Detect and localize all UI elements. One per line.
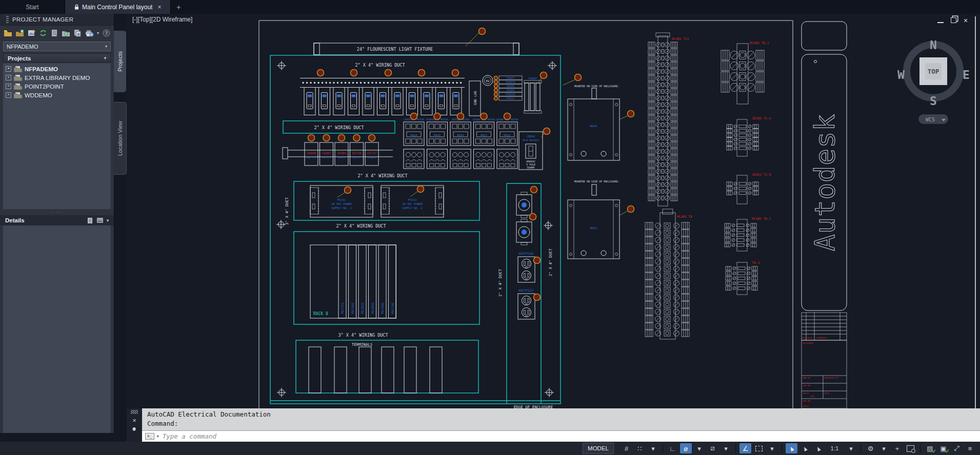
gnd-lug: GND LUG: [469, 81, 481, 116]
workspace-switching-button[interactable]: ▣✓: [937, 443, 949, 453]
annotation-monitor-button[interactable]: ▤✓: [924, 443, 936, 453]
projects-section-header[interactable]: Projects ▾: [3, 53, 111, 63]
main-breaker: CB202 MAIN BREAKER 480VAC 3 POLE 50AMP: [519, 132, 545, 170]
minimize-icon[interactable]: [937, 22, 944, 23]
command-close-icon[interactable]: ×: [132, 417, 136, 424]
palette-title-bar[interactable]: PROJECT MANAGER: [0, 14, 114, 26]
svg-text:R2: R2: [486, 79, 490, 82]
command-history[interactable]: AutoCAD Electrical Documentation Command…: [142, 408, 980, 431]
expand-icon[interactable]: +: [6, 84, 11, 89]
viewcube[interactable]: N S W E TOP WCS: [897, 38, 970, 123]
task-list-icon[interactable]: [50, 29, 58, 37]
grid-display-button[interactable]: #: [621, 443, 632, 453]
annotation-scale-button[interactable]: 1:1: [826, 443, 844, 453]
terminal-strip-tsa: JB300 TS-A: [727, 116, 771, 156]
recent-commands-chevron-icon[interactable]: ▾: [157, 434, 159, 439]
duct-label-vert-r1: 2" X 4" DUCT: [498, 268, 503, 297]
project-manager-palette: PROJECT MANAGER ▾ ? NFPADEMO ▾ Projects …: [0, 14, 114, 433]
selection-cycling-button[interactable]: [905, 443, 916, 453]
new-tab-button[interactable]: +: [171, 0, 186, 14]
project-folder-icon: [13, 74, 23, 81]
iso-chevron-icon[interactable]: ▾: [720, 443, 732, 453]
svg-text:RACK 0: RACK 0: [313, 312, 328, 316]
tab-main-control-panel[interactable]: Main Control Panel layout ×: [65, 0, 171, 14]
svg-text:CR405: CR405: [337, 151, 346, 155]
command-grip[interactable]: [131, 410, 138, 414]
fuse-stack: FU307 FU307A FU309 FU324 FU322A FU321: [494, 76, 523, 100]
side-tab-projects[interactable]: Projects: [114, 31, 126, 92]
tab-close-icon[interactable]: ×: [157, 4, 161, 11]
settings-gear-icon[interactable]: ⚙: [865, 443, 876, 453]
details-body: [3, 225, 111, 433]
open-project-icon[interactable]: [4, 29, 12, 37]
gear-chevron-icon[interactable]: ▾: [878, 443, 890, 453]
svg-text:MAIN BREAKER: MAIN BREAKER: [523, 139, 538, 141]
ortho-mode-button[interactable]: ∟: [667, 443, 678, 453]
plot-icon[interactable]: [85, 29, 94, 37]
svg-text:FU309: FU309: [507, 85, 514, 88]
command-input[interactable]: [162, 432, 980, 441]
dynamic-input-button[interactable]: [753, 443, 765, 453]
tree-item-point2point[interactable]: + POINT2POINT: [3, 82, 111, 91]
scale-chevron-icon[interactable]: ▾: [845, 443, 857, 453]
palette-grip[interactable]: [6, 16, 9, 23]
restore-icon[interactable]: [951, 17, 956, 23]
details-preview-icon[interactable]: [96, 217, 104, 223]
svg-text:MCAB5 TS1: MCAB5 TS1: [672, 37, 689, 40]
close-icon[interactable]: ×: [964, 18, 968, 23]
new-project-icon[interactable]: [15, 29, 24, 37]
sheet-border: [259, 16, 975, 408]
drawing: Autodesk REV DESC APPROVED DESIGNED DWN …: [127, 14, 980, 442]
polar-chevron-icon[interactable]: ▾: [693, 443, 705, 453]
tab-start[interactable]: Start: [0, 0, 65, 14]
viewport-controls[interactable]: [-][Top][2D Wireframe]: [132, 16, 192, 23]
model-space-button[interactable]: MODEL: [583, 443, 614, 454]
customization-menu-icon[interactable]: ≡: [964, 443, 976, 453]
details-collapse-chevron-icon[interactable]: ▾: [107, 218, 109, 223]
dropdown-chevron-icon: ▾: [105, 44, 107, 49]
polar-tracking-button[interactable]: ⌀: [680, 443, 692, 453]
details-doc-icon[interactable]: [87, 217, 93, 224]
crosshair-button[interactable]: +: [891, 443, 903, 453]
object-snap-tracking-button[interactable]: ∠: [739, 443, 751, 453]
tree-item-nfpademo[interactable]: + NFPADEMO: [3, 65, 111, 73]
expand-icon[interactable]: +: [6, 92, 11, 98]
svg-text:24 VDC POWER: 24 VDC POWER: [402, 202, 423, 205]
isometric-drafting-button[interactable]: ⧄: [707, 443, 718, 453]
tree-item-wddemo[interactable]: + WDDEMO: [3, 91, 111, 99]
osnap-endpoint-button[interactable]: ▲: [812, 443, 824, 453]
terminal-strip-tsb: JB301 TS-B: [727, 173, 771, 204]
svg-text:CR407: CR407: [322, 151, 331, 155]
active-project-dropdown[interactable]: NFPADEMO ▾: [3, 42, 111, 51]
dyninput-chevron-icon[interactable]: ▾: [766, 443, 778, 453]
relay-socket-r2: R2: [483, 75, 493, 86]
side-tab-location-view[interactable]: Location View: [114, 102, 127, 175]
duct-label-1: 2" X 4" WIRING DUCT: [355, 63, 405, 68]
refresh-folder-icon[interactable]: [62, 29, 70, 37]
tree-item-extra-library-demo[interactable]: + EXTRA LIBRARY DEMO: [3, 73, 111, 82]
svg-text:M424: M424: [410, 134, 417, 137]
command-prompt-icon[interactable]: >_: [145, 433, 154, 440]
new-drawing-icon[interactable]: [27, 29, 36, 37]
details-section-header[interactable]: Details ▾: [0, 215, 114, 225]
expand-icon[interactable]: +: [6, 66, 11, 72]
osnap-button[interactable]: ▲: [786, 443, 797, 453]
breaker-row: [300, 78, 465, 115]
expand-icon[interactable]: +: [6, 75, 11, 80]
osnap-midpoint-button[interactable]: ▲: [799, 443, 811, 453]
svg-text:FU324: FU324: [507, 89, 514, 92]
publish-sheets-icon[interactable]: [73, 29, 82, 37]
drawing-canvas[interactable]: Autodesk REV DESC APPROVED DESIGNED DWN …: [127, 14, 980, 442]
palette-splitter[interactable]: ·····: [0, 209, 114, 215]
customize-wrench-icon[interactable]: [131, 427, 138, 435]
refresh-icon[interactable]: [39, 29, 47, 37]
help-icon[interactable]: ?: [102, 29, 110, 37]
dynamic-input-icon: [755, 446, 763, 451]
palette-side-tabs: Projects Location View: [114, 14, 127, 433]
snap-mode-button[interactable]: ∷: [634, 443, 646, 453]
snap-chevron-icon[interactable]: ▾: [647, 443, 659, 453]
toolbar-more-chevron-icon[interactable]: ▾: [97, 31, 99, 35]
svg-text:PLC502: PLC502: [351, 302, 354, 314]
projects-collapse-chevron-icon[interactable]: ▾: [104, 56, 106, 60]
clean-screen-button[interactable]: ⤢: [951, 443, 963, 453]
